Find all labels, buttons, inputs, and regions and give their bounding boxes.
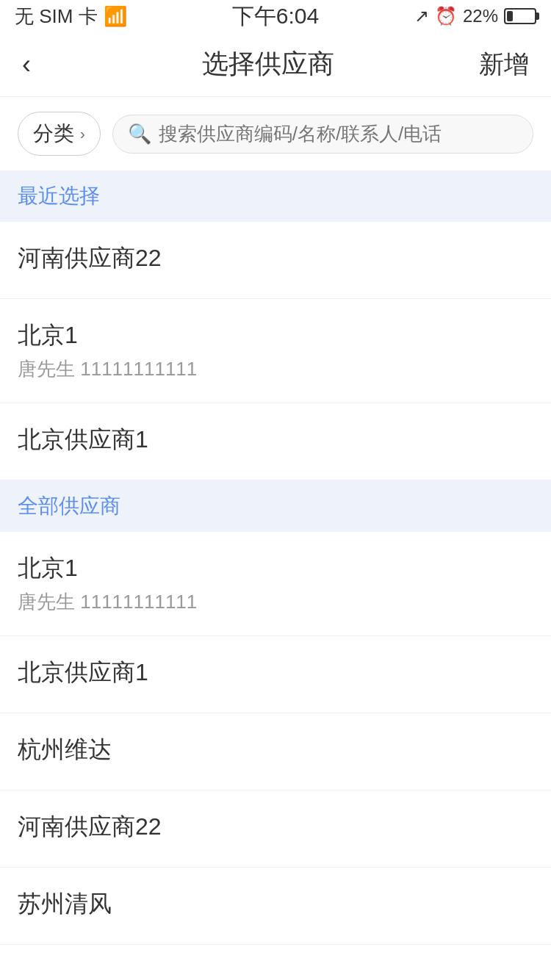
status-bar: 无 SIM 卡 📶 下午6:04 ↗ ⏰ 22%: [0, 0, 551, 32]
item-name: 北京供应商1: [18, 424, 533, 456]
recent-items-list: 河南供应商22北京1唐先生 11111111111北京供应商1: [0, 222, 551, 480]
item-name: 杭州维达: [18, 734, 533, 766]
search-input[interactable]: [159, 123, 518, 145]
wifi-icon: 📶: [104, 5, 127, 28]
all-items-list: 北京1唐先生 11111111111北京供应商1杭州维达河南供应商22苏州清风: [0, 532, 551, 945]
battery-icon: [504, 8, 536, 24]
item-detail: 唐先生 11111111111: [18, 356, 533, 382]
no-sim-label: 无 SIM 卡: [15, 4, 98, 29]
status-left: 无 SIM 卡 📶: [15, 4, 127, 29]
category-label: 分类: [33, 120, 74, 148]
back-button[interactable]: ‹: [22, 49, 66, 80]
item-detail: 唐先生 11111111111: [18, 589, 533, 615]
nav-bar: ‹ 选择供应商 新增: [0, 32, 551, 97]
search-icon: 🔍: [128, 123, 151, 145]
item-name: 北京1: [18, 320, 533, 352]
list-item[interactable]: 北京1唐先生 11111111111: [0, 532, 551, 636]
list-item[interactable]: 河南供应商22: [0, 222, 551, 299]
item-name: 河南供应商22: [18, 811, 533, 843]
location-icon: ↗: [414, 6, 429, 26]
list-item[interactable]: 河南供应商22: [0, 790, 551, 868]
list-item[interactable]: 北京1唐先生 11111111111: [0, 299, 551, 403]
list-item[interactable]: 北京供应商1: [0, 403, 551, 480]
item-name: 北京1: [18, 552, 533, 585]
chevron-right-icon: ›: [80, 126, 85, 143]
category-filter[interactable]: 分类 ›: [18, 112, 101, 156]
all-section-header: 全部供应商: [0, 480, 551, 532]
recent-section-header: 最近选择: [0, 170, 551, 222]
add-button[interactable]: 新增: [470, 48, 529, 82]
item-name: 北京供应商1: [18, 657, 533, 689]
status-right: ↗ ⏰ 22%: [414, 6, 536, 26]
list-item[interactable]: 杭州维达: [0, 713, 551, 790]
status-time: 下午6:04: [232, 1, 319, 32]
item-name: 河南供应商22: [18, 242, 533, 275]
filter-bar: 分类 › 🔍: [0, 97, 551, 170]
list-item[interactable]: 北京供应商1: [0, 636, 551, 713]
list-item[interactable]: 苏州清风: [0, 868, 551, 945]
page-title: 选择供应商: [202, 46, 334, 82]
search-box[interactable]: 🔍: [112, 115, 533, 154]
item-name: 苏州清风: [18, 888, 533, 920]
battery-percent: 22%: [463, 6, 498, 26]
alarm-icon: ⏰: [435, 6, 457, 26]
